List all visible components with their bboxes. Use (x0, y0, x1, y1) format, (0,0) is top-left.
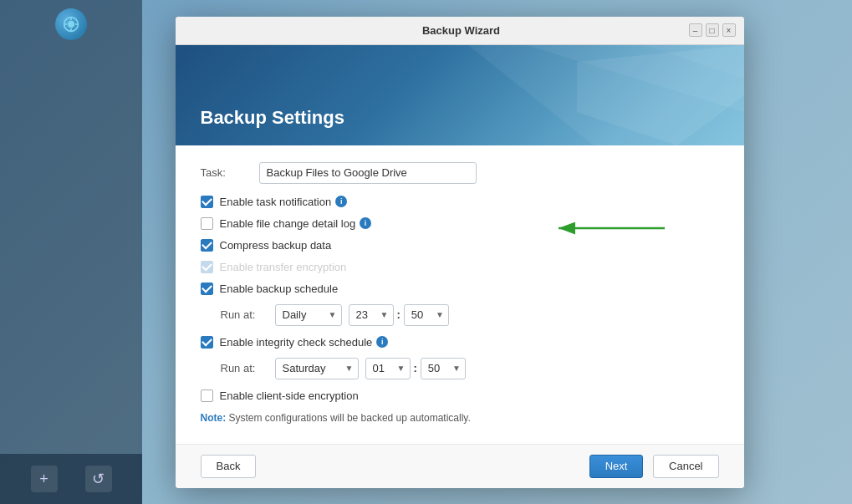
dialog-window: Backup Wizard – □ × Backup Settings Task… (176, 17, 744, 488)
add-button[interactable]: + (31, 466, 58, 492)
dialog-title: Backup Wizard (234, 24, 689, 37)
file-change-row: Enable file change detail log i (201, 217, 719, 230)
close-button[interactable]: × (722, 23, 736, 37)
integrity-hour-select[interactable]: 01 (365, 358, 411, 379)
integrity-hour-wrap: 01 ▼ (365, 358, 411, 379)
integrity-run-at-row: Run at: Saturday Sunday Monday Tuesday W… (221, 358, 719, 379)
integrity-time-colon: : (414, 362, 417, 374)
integrity-minute-wrap: 50 ▼ (421, 358, 466, 379)
backup-time-colon: : (397, 308, 400, 321)
note-label: Note: (201, 412, 227, 424)
backup-frequency-select[interactable]: Daily Weekly Monthly (275, 304, 342, 326)
next-button[interactable]: Next (589, 455, 644, 478)
integrity-day-wrap: Saturday Sunday Monday Tuesday Wednesday… (275, 358, 359, 379)
maximize-button[interactable]: □ (706, 23, 719, 37)
backup-hour-select[interactable]: 23 (349, 304, 394, 326)
backup-run-at-row: Run at: Daily Weekly Monthly ▼ 23 ▼ : (221, 304, 719, 326)
notification-checkbox[interactable] (201, 196, 213, 208)
client-encryption-checkbox[interactable] (201, 389, 213, 402)
integrity-minute-select[interactable]: 50 (421, 358, 466, 379)
backup-schedule-checkbox[interactable] (201, 283, 213, 295)
dialog-footer: Back Next Cancel (176, 444, 744, 488)
notification-row: Enable task notification i (201, 196, 719, 208)
taskbar-bottom: + ↺ (0, 454, 142, 504)
notification-info-icon[interactable]: i (335, 196, 347, 207)
annotation-arrow (552, 219, 669, 237)
dialog-controls: – □ × (689, 23, 736, 37)
backup-schedule-row: Enable backup schedule (201, 283, 719, 295)
encryption-checkbox (201, 261, 213, 273)
client-encryption-label: Enable client-side encryption (220, 389, 359, 402)
footer-right: Next Cancel (589, 455, 719, 478)
history-button[interactable]: ↺ (85, 466, 112, 492)
integrity-info-icon[interactable]: i (376, 336, 388, 348)
integrity-label: Enable integrity check schedule (220, 336, 373, 349)
dialog-titlebar: Backup Wizard – □ × (176, 17, 744, 45)
dialog-banner: Backup Settings (176, 45, 744, 145)
dialog-body: Task: Enable task notification i Enable … (176, 145, 744, 444)
encryption-row: Enable transfer encryption (201, 261, 719, 273)
task-row: Task: (201, 162, 719, 184)
compress-row: Compress backup data (201, 239, 719, 252)
cancel-button[interactable]: Cancel (653, 455, 718, 478)
compress-checkbox[interactable] (201, 239, 213, 252)
svg-point-1 (68, 21, 74, 28)
notification-label: Enable task notification (220, 196, 332, 208)
backup-hour-wrap: 23 ▼ (349, 304, 394, 326)
integrity-day-select[interactable]: Saturday Sunday Monday Tuesday Wednesday… (275, 358, 359, 379)
file-change-label: Enable file change detail log (220, 217, 356, 230)
task-label: Task: (201, 166, 251, 179)
task-input[interactable] (259, 162, 477, 184)
backup-minute-select[interactable]: 50 (404, 304, 449, 326)
integrity-checkbox[interactable] (201, 336, 213, 349)
integrity-row: Enable integrity check schedule i (201, 336, 719, 349)
backup-run-at-label: Run at: (221, 308, 267, 321)
back-button[interactable]: Back (201, 455, 257, 478)
desktop: + ↺ Backup Wizard – □ × Backup Settings (0, 0, 852, 504)
banner-title: Backup Settings (201, 107, 344, 129)
file-change-checkbox[interactable] (201, 217, 213, 230)
encryption-label: Enable transfer encryption (220, 261, 347, 273)
minimize-button[interactable]: – (689, 23, 702, 37)
backup-frequency-wrap: Daily Weekly Monthly ▼ (275, 304, 342, 326)
file-change-info-icon[interactable]: i (360, 217, 371, 229)
backup-minute-wrap: 50 ▼ (404, 304, 449, 326)
integrity-run-at-label: Run at: (221, 362, 267, 374)
note-text: System configurations will be backed up … (229, 412, 471, 424)
note-row: Note: System configurations will be back… (201, 412, 719, 424)
taskbar: + ↺ (0, 0, 142, 504)
compress-label: Compress backup data (220, 239, 332, 252)
client-encryption-row: Enable client-side encryption (201, 389, 719, 402)
app-icon[interactable] (55, 8, 87, 40)
backup-schedule-label: Enable backup schedule (220, 283, 339, 295)
